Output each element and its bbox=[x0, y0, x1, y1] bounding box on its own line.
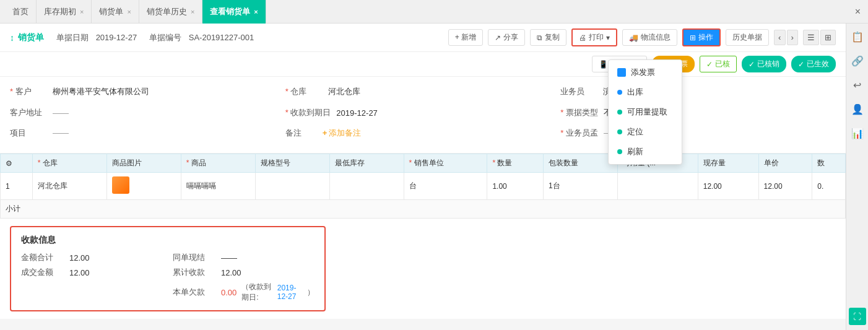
tab-sales-history-close[interactable]: × bbox=[191, 8, 194, 15]
operations-dropdown: 添发票 出库 可用量提取 定位 刷新 bbox=[608, 59, 682, 165]
payment-item-total: 金额合计 12.00 bbox=[21, 252, 163, 263]
project-field: 项目 —— bbox=[10, 126, 285, 139]
col-spec: 规格型号 bbox=[255, 154, 329, 173]
col-unit-price: 单价 bbox=[758, 154, 812, 173]
col-gear: ⚙ bbox=[1, 154, 33, 173]
operations-button[interactable]: ⊞ 操作 bbox=[682, 28, 721, 46]
status-bar: 📱 来自手机 ● 未开票 ✓ 已核 ✓ 已核销 ✓ 已生效 bbox=[0, 52, 846, 77]
share-button[interactable]: ↗ 分享 bbox=[488, 29, 525, 46]
dropdown-available[interactable]: 可用量提取 bbox=[609, 102, 682, 122]
right-sidebar: 📋 🔗 ↩ 👤 📊 ⛶ bbox=[846, 24, 868, 319]
form-row-2: 客户地址 —— 收款到期日 2019-12-27 票据类型 不开票 bbox=[10, 105, 836, 120]
tab-view-sales-close[interactable]: × bbox=[254, 8, 258, 15]
dropdown-add-invoice[interactable]: 添发票 bbox=[609, 63, 682, 82]
doc-number-label: 单据编号 SA-20191227-001 bbox=[149, 32, 254, 43]
page-wrapper: 首页 库存期初 × 销货单 × 销货单历史 × 查看销货单 × × ↕ 销货单 bbox=[0, 0, 868, 319]
cancelled-button[interactable]: ✓ 已核销 bbox=[742, 56, 786, 72]
warehouse-field: 仓库 河北仓库 bbox=[285, 84, 561, 99]
add-note-button[interactable]: 添加备注 bbox=[323, 128, 362, 139]
dropdown-refresh[interactable]: 刷新 bbox=[609, 142, 682, 162]
deal-label: 成交金额 bbox=[21, 267, 64, 278]
row-spec bbox=[255, 173, 329, 200]
owed-note: （收款到期日: bbox=[241, 282, 272, 303]
tab-home[interactable]: 首页 bbox=[5, 0, 37, 24]
due-date-field: 收款到期日 2019-12-27 bbox=[285, 106, 561, 119]
dropdown-outbound[interactable]: 出库 bbox=[609, 82, 682, 102]
tab-sales-order[interactable]: 销货单 × bbox=[92, 0, 139, 24]
payment-title: 收款信息 bbox=[21, 235, 315, 246]
subtotal-row: 小计 bbox=[1, 200, 846, 219]
business-label: 业务员孟 bbox=[560, 128, 598, 139]
note-field: 备注 添加备注 bbox=[285, 128, 561, 139]
sidebar-icon-1[interactable]: 📋 bbox=[849, 28, 866, 45]
business-field: 业务员孟 —— bbox=[560, 126, 836, 139]
cumulative-value: 12.00 bbox=[221, 268, 241, 277]
row-current: 12.00 bbox=[698, 173, 758, 200]
new-button[interactable]: + 新增 bbox=[448, 29, 483, 46]
col-product: 商品 bbox=[181, 154, 255, 173]
row-image bbox=[106, 173, 181, 200]
payment-item-deal: 成交金额 12.00 bbox=[21, 267, 163, 278]
col-min-stock: 最低库存 bbox=[329, 154, 404, 173]
address-field: 客户地址 —— bbox=[10, 106, 285, 119]
address-value: —— bbox=[47, 106, 121, 119]
form-row-1: 客户 柳州粤港平安气体有限公司 仓库 河北仓库 业务员 演示账号 bbox=[10, 84, 836, 99]
payment-item-cumulative: 累计收款 12.00 bbox=[173, 267, 315, 278]
owed-date: 2019-12-27 bbox=[277, 284, 302, 301]
row-min-stock bbox=[329, 173, 404, 200]
customer-field: 客户 柳州粤港平安气体有限公司 bbox=[10, 84, 285, 99]
warehouse-label: 仓库 bbox=[285, 86, 323, 97]
effective-button[interactable]: ✓ 已生效 bbox=[791, 56, 836, 72]
window-close-button[interactable]: × bbox=[855, 6, 861, 17]
tab-sales-order-close[interactable]: × bbox=[127, 8, 131, 15]
total-label: 金额合计 bbox=[21, 252, 64, 263]
payment-item-same-settle: 同单现结 —— bbox=[173, 252, 315, 263]
check-icon: ✓ bbox=[706, 60, 713, 69]
list-view-button[interactable]: ☰ bbox=[803, 30, 819, 45]
next-button[interactable]: › bbox=[787, 30, 798, 45]
doc-date-label: 单据日期 2019-12-27 bbox=[56, 32, 137, 43]
dropdown-locate[interactable]: 定位 bbox=[609, 122, 682, 142]
grid-view-button[interactable]: ⊞ bbox=[820, 30, 836, 45]
doc-type-label: ↕ 销货单 bbox=[10, 32, 44, 43]
row-product: 嗝嗝嗝嗝 bbox=[181, 173, 255, 200]
add-invoice-icon bbox=[617, 68, 626, 77]
logistics-button[interactable]: 🚚 物流信息 bbox=[622, 29, 677, 46]
sidebar-icon-4[interactable]: 👤 bbox=[849, 101, 866, 118]
tab-view-sales[interactable]: 查看销货单 × bbox=[202, 0, 266, 24]
col-sales-unit: 销售单位 bbox=[404, 154, 487, 173]
total-value: 12.00 bbox=[69, 253, 90, 263]
payment-item-owed: 本单欠款 0.00 （收款到期日: 2019-12-27 ） bbox=[173, 282, 315, 303]
tab-inventory-init-close[interactable]: × bbox=[80, 8, 84, 15]
available-icon bbox=[617, 110, 622, 115]
cumulative-label: 累计收款 bbox=[173, 267, 216, 278]
col-qty: 数量 bbox=[487, 154, 543, 173]
doc-meta: 单据日期 2019-12-27 单据编号 SA-20191227-001 bbox=[56, 32, 448, 43]
print-button[interactable]: 🖨 打印 ▾ bbox=[571, 28, 617, 46]
project-value: —— bbox=[47, 126, 121, 139]
prev-button[interactable]: ‹ bbox=[774, 30, 785, 45]
sidebar-icon-2[interactable]: 🔗 bbox=[849, 53, 866, 69]
col-pack-qty: 包装数量 bbox=[543, 154, 617, 173]
checked-button[interactable]: ✓ 已核 bbox=[700, 56, 737, 72]
deal-value: 12.00 bbox=[69, 268, 90, 277]
operations-icon: ⊞ bbox=[690, 33, 696, 42]
tab-sales-history[interactable]: 销货单历史 × bbox=[139, 0, 202, 24]
sidebar-icon-5[interactable]: 📊 bbox=[849, 125, 866, 142]
refresh-icon bbox=[617, 149, 622, 154]
copy-button[interactable]: ⧉ 复制 bbox=[530, 29, 566, 46]
sidebar-icon-3[interactable]: ↩ bbox=[851, 77, 864, 93]
due-date-value: 2019-12-27 bbox=[331, 106, 405, 119]
content-area: ↕ 销货单 单据日期 2019-12-27 单据编号 SA-20191227-0… bbox=[0, 24, 846, 311]
same-settle-label: 同单现结 bbox=[173, 252, 216, 263]
print-icon: 🖨 bbox=[579, 33, 586, 42]
sidebar-expand-button[interactable]: ⛶ bbox=[849, 308, 866, 319]
row-unit-price: 12.00 bbox=[758, 173, 812, 200]
doc-icon: ↕ bbox=[10, 33, 14, 43]
project-label: 项目 bbox=[10, 128, 47, 139]
tab-inventory-init[interactable]: 库存期初 × bbox=[37, 0, 92, 24]
history-button[interactable]: 历史单据 bbox=[726, 29, 769, 46]
logistics-icon: 🚚 bbox=[629, 33, 638, 42]
col-current: 现存量 bbox=[698, 154, 758, 173]
tick-icon: ✓ bbox=[749, 60, 755, 69]
